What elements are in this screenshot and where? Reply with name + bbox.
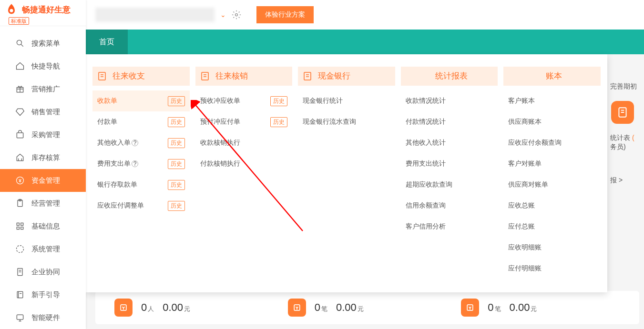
mega-item-label: 预收冲应收单 xyxy=(200,97,240,105)
mega-menu: 往来收支收款单历史付款单历史其他收入单?历史费用支出单?历史银行存取款单历史应收… xyxy=(86,54,607,292)
mega-item[interactable]: 费用支出单?历史 xyxy=(92,153,190,174)
gift-icon xyxy=(15,84,25,94)
mega-item[interactable]: 应收应付余额查询 xyxy=(503,132,601,153)
nav-item-home[interactable]: 快捷导航 xyxy=(0,55,86,78)
nav-item-house[interactable]: 库存核算 xyxy=(0,146,86,169)
mega-item[interactable]: 客户对账单 xyxy=(503,153,601,174)
svg-point-1 xyxy=(17,40,21,45)
svg-rect-30 xyxy=(202,72,208,80)
org-selector-placeholder[interactable] xyxy=(95,8,215,22)
stat-count: 0人 xyxy=(141,301,154,314)
nav-label: 企业协同 xyxy=(31,268,60,277)
nav-item-tv[interactable]: 智能硬件 xyxy=(0,306,86,329)
mega-item[interactable]: 应付明细账 xyxy=(503,258,601,279)
right-text-2[interactable]: 统计表 ( 务员) xyxy=(607,129,644,157)
right-text-1[interactable]: 完善期初 xyxy=(607,77,644,96)
mega-item[interactable]: 付款核销执行 xyxy=(195,153,293,174)
mega-item-label: 客户对账单 xyxy=(508,160,542,168)
mega-item[interactable]: 客户账本 xyxy=(503,90,601,111)
mega-item-label: 应收总账 xyxy=(508,201,535,210)
mega-item[interactable]: 预付冲应付单历史 xyxy=(195,111,293,132)
nav-item-circle[interactable]: 系统管理 xyxy=(0,238,86,260)
mega-item[interactable]: 银行存取款单历史 xyxy=(92,174,190,195)
mega-item[interactable]: 预收冲应收单历史 xyxy=(195,90,293,111)
nav-item-book[interactable]: 新手引导 xyxy=(0,283,86,306)
mega-item[interactable]: 收款单历史 xyxy=(92,90,190,111)
mega-item[interactable]: 超期应收款查询 xyxy=(401,174,498,195)
right-action-icon[interactable] xyxy=(611,101,634,124)
mega-item[interactable]: 供应商对账单 xyxy=(503,174,601,195)
mega-item[interactable]: 收款情况统计 xyxy=(401,90,498,111)
mega-item-label: 应收应付余额查询 xyxy=(508,139,562,147)
history-tag[interactable]: 历史 xyxy=(168,159,185,169)
mega-header: 往来核销 xyxy=(195,67,293,86)
stat-group: 0笔 0.00元 xyxy=(461,299,620,317)
nav-item-grid[interactable]: 基础信息 xyxy=(0,215,86,238)
house-icon xyxy=(15,153,25,162)
mega-col-0: 往来收支收款单历史付款单历史其他收入单?历史费用支出单?历史银行存取款单历史应收… xyxy=(92,67,190,283)
sidebar: 畅捷通好生意 标准版 搜索菜单快捷导航营销推广销售管理采购管理库存核算资金管理经… xyxy=(0,0,86,329)
brand-name: 畅捷通好生意 xyxy=(22,4,71,15)
money-icon xyxy=(15,176,25,185)
mega-item-label: 付款核销执行 xyxy=(200,160,240,168)
brand-logo-icon xyxy=(5,3,18,16)
tab-home[interactable]: 首页 xyxy=(86,30,128,54)
nav-item-clipboard[interactable]: 经营管理 xyxy=(0,192,86,215)
nav-item-gift[interactable]: 营销推广 xyxy=(0,78,86,100)
mega-item[interactable]: 信用余额查询 xyxy=(401,195,498,216)
stat-count: 0笔 xyxy=(315,301,327,314)
experience-button[interactable]: 体验行业方案 xyxy=(256,6,314,23)
nav-item-doc[interactable]: 企业协同 xyxy=(0,260,86,283)
history-tag[interactable]: 历史 xyxy=(168,117,185,127)
nav-label: 系统管理 xyxy=(31,245,60,254)
mega-col-2: 现金银行现金银行统计现金银行流水查询 xyxy=(298,67,395,283)
history-tag[interactable]: 历史 xyxy=(168,96,185,106)
gear-icon[interactable] xyxy=(232,10,241,20)
mega-item[interactable]: 收款核销执行 xyxy=(195,132,293,153)
history-tag[interactable]: 历史 xyxy=(168,138,185,148)
mega-item[interactable]: 现金银行流水查询 xyxy=(298,111,395,132)
svg-point-0 xyxy=(10,9,13,12)
nav-item-search[interactable]: 搜索菜单 xyxy=(0,32,86,55)
mega-item[interactable]: 应收明细账 xyxy=(503,237,601,258)
mega-item[interactable]: 费用支出统计 xyxy=(401,153,498,174)
chevron-down-icon[interactable]: ⌄ xyxy=(220,11,226,19)
stat-group: 0人 0.00元 xyxy=(114,299,274,317)
mega-header: 往来收支 xyxy=(92,67,190,86)
mega-item[interactable]: 其他收入单?历史 xyxy=(92,132,190,153)
stat-icon xyxy=(288,299,306,317)
mega-item[interactable]: 付款情况统计 xyxy=(401,111,498,132)
svg-rect-15 xyxy=(21,227,23,229)
mega-item-label: 其他收入统计 xyxy=(406,139,446,147)
mega-item[interactable]: 应收总账 xyxy=(503,195,601,216)
mega-item[interactable]: 应付总账 xyxy=(503,216,601,237)
mega-item[interactable]: 其他收入统计 xyxy=(401,132,498,153)
book-icon xyxy=(15,290,25,299)
mega-item-label: 现金银行统计 xyxy=(303,97,343,105)
mega-col-1: 往来核销预收冲应收单历史预付冲应付单历史收款核销执行付款核销执行 xyxy=(195,67,293,283)
header: ⌄ 体验行业方案 xyxy=(86,0,644,30)
circle-icon xyxy=(15,244,25,254)
cart-icon xyxy=(15,130,25,140)
mega-item-label: 供应商对账单 xyxy=(508,180,548,189)
mega-item[interactable]: 现金银行统计 xyxy=(298,90,395,111)
nav-item-cart[interactable]: 采购管理 xyxy=(0,123,86,146)
mega-item-label: 费用支出单? xyxy=(97,160,138,168)
diamond-icon xyxy=(15,107,25,117)
svg-rect-6 xyxy=(17,133,23,138)
logo-area: 畅捷通好生意 标准版 xyxy=(0,0,86,26)
history-tag[interactable]: 历史 xyxy=(168,180,185,190)
mega-item[interactable]: 应收应付调整单历史 xyxy=(92,195,190,216)
nav-label: 新手引导 xyxy=(31,290,60,299)
mega-item[interactable]: 付款单历史 xyxy=(92,111,190,132)
nav-item-money[interactable]: 资金管理 xyxy=(0,169,86,192)
history-tag[interactable]: 历史 xyxy=(168,201,185,211)
mega-item[interactable]: 客户信用分析 xyxy=(401,216,498,237)
right-text-3[interactable]: 报 > xyxy=(607,171,644,190)
nav-item-diamond[interactable]: 销售管理 xyxy=(0,100,86,123)
mega-item[interactable]: 供应商账本 xyxy=(503,111,601,132)
stat-value: 0.00元 xyxy=(163,301,190,314)
history-tag[interactable]: 历史 xyxy=(270,96,287,106)
mega-header: 统计报表 xyxy=(401,67,498,86)
history-tag[interactable]: 历史 xyxy=(270,117,287,127)
